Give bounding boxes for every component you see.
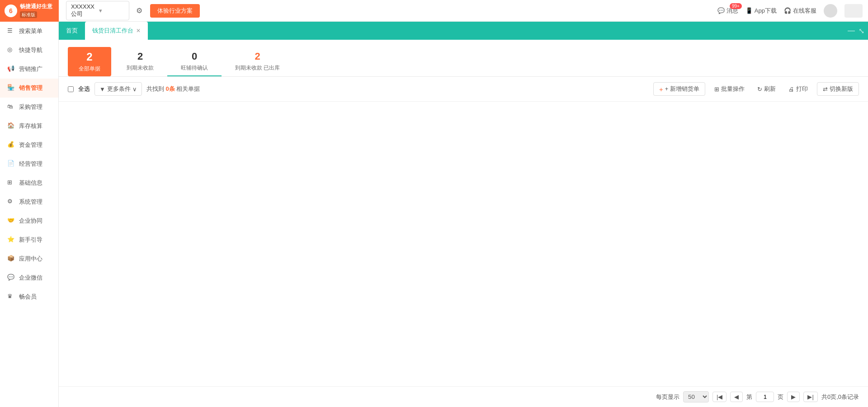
- print-button[interactable]: 🖨 打印: [785, 83, 811, 95]
- batch-button[interactable]: ⊞ 批量操作: [711, 83, 748, 95]
- stats-tabs: 2 全部单据 2 到期未收款 0 旺辅待确认 2 到期未收款 已出库: [59, 40, 868, 77]
- chevron-down-icon: ▾: [99, 7, 124, 14]
- nav-tabs-right: — ⤡: [848, 27, 868, 35]
- table-area: [59, 102, 868, 386]
- avatar[interactable]: [824, 4, 837, 18]
- sidebar-item-marketing[interactable]: 📢 营销推广: [0, 60, 58, 79]
- money-icon: 💰: [7, 141, 15, 149]
- close-tab-icon[interactable]: ✕: [136, 28, 141, 34]
- megaphone-icon: 📢: [7, 65, 15, 73]
- sidebar-item-purchase[interactable]: 🛍 采购管理: [0, 98, 58, 117]
- chevron-down-icon: ∨: [132, 86, 137, 93]
- refresh-button[interactable]: ↻ 刷新: [754, 83, 779, 95]
- company-selector[interactable]: XXXXXX公司 ▾: [66, 1, 129, 20]
- settings-icon: ⚙: [7, 198, 15, 206]
- sidebar-item-basic-info[interactable]: ⊞ 基础信息: [0, 173, 58, 192]
- first-page-button[interactable]: |◀: [712, 392, 726, 402]
- logo-icon: 6: [5, 5, 17, 17]
- last-page-button[interactable]: ▶|: [803, 392, 817, 402]
- box-icon: 📦: [7, 255, 15, 263]
- page-size-select[interactable]: 50 100 200: [683, 391, 709, 402]
- message-icon: 💬: [717, 7, 725, 14]
- experience-btn[interactable]: 体验行业方案: [150, 4, 200, 18]
- download-icon: 📱: [745, 7, 753, 14]
- filter-button[interactable]: ▼ 更多条件 ∨: [94, 82, 142, 96]
- sidebar-item-app-center[interactable]: 📦 应用中心: [0, 249, 58, 268]
- tab-workbench[interactable]: 钱货日清工作台 ✕: [85, 22, 148, 40]
- sidebar-item-search-menu[interactable]: ☰ 搜索菜单: [0, 22, 58, 41]
- page-number-input[interactable]: 1: [756, 392, 774, 402]
- search-icon: ☰: [7, 27, 15, 35]
- filter-icon: ▼: [99, 86, 105, 93]
- file-icon: 📄: [7, 160, 15, 168]
- star-icon: ⭐: [7, 236, 15, 244]
- sidebar-item-wechat[interactable]: 💬 企业微信: [0, 268, 58, 287]
- sidebar-item-inventory[interactable]: 🏠 库存核算: [0, 117, 58, 136]
- shop-icon: 🏪: [7, 84, 15, 92]
- sidebar-item-system[interactable]: ⚙ 系统管理: [0, 192, 58, 211]
- pagination-bar: 每页显示 50 100 200 |◀ ◀ 第 1 页 ▶ ▶| 共0页,0条记录: [59, 386, 868, 407]
- prev-page-button[interactable]: ◀: [730, 392, 743, 402]
- toolbar-left: 全选 ▼ 更多条件 ∨ 共找到 0条 相关单据: [68, 82, 648, 96]
- logo-area: 6 畅捷通好生意 标准版: [0, 0, 59, 22]
- sidebar-item-guide[interactable]: ⭐ 新手引导: [0, 230, 58, 249]
- stat-tab-all[interactable]: 2 全部单据: [68, 47, 111, 76]
- main-content: 2 全部单据 2 到期未收款 0 旺辅待确认 2 到期未收款 已出库: [59, 40, 868, 407]
- stat-tab-wangwang[interactable]: 0 旺辅待确认: [167, 47, 222, 76]
- total-text: 共0页,0条记录: [821, 393, 859, 401]
- batch-icon: ⊞: [714, 86, 719, 93]
- message-btn[interactable]: 💬 消息 99+: [717, 7, 738, 15]
- handshake-icon: 🤝: [7, 217, 15, 225]
- sidebar-item-member[interactable]: ♛ 畅会员: [0, 287, 58, 306]
- sidebar-item-finance[interactable]: 💰 资金管理: [0, 136, 58, 154]
- select-all-label: 全选: [78, 85, 90, 93]
- sidebar-item-quick-nav[interactable]: ◎ 快捷导航: [0, 41, 58, 60]
- home-icon: 🏠: [7, 122, 15, 130]
- user-menu[interactable]: [844, 4, 863, 18]
- header-right: 💬 消息 99+ 📱 App下载 🎧 在线客服: [717, 4, 863, 18]
- next-page-button[interactable]: ▶: [787, 392, 800, 402]
- headset-icon: 🎧: [784, 7, 791, 14]
- bag-icon: 🛍: [7, 103, 15, 111]
- compass-icon: ◎: [7, 46, 15, 54]
- refresh-icon: ↻: [757, 86, 762, 93]
- settings-button[interactable]: ⚙: [133, 5, 146, 17]
- switch-version-button[interactable]: ⇄ 切换新版: [817, 82, 859, 96]
- top-header: 6 畅捷通好生意 标准版 XXXXXX公司 ▾ ⚙ 体验行业方案 💬 消息 99…: [0, 0, 868, 22]
- online-service-btn[interactable]: 🎧 在线客服: [784, 7, 816, 15]
- plus-icon: +: [659, 85, 663, 93]
- stat-tab-unshipped[interactable]: 2 到期未收款 已出库: [222, 47, 293, 76]
- sidebar-item-operations[interactable]: 📄 经营管理: [0, 154, 58, 173]
- maximize-icon[interactable]: ⤡: [859, 27, 864, 35]
- select-all-checkbox[interactable]: [68, 86, 74, 92]
- stat-tab-overdue[interactable]: 2 到期未收款: [113, 47, 167, 76]
- per-page-label: 每页显示: [656, 393, 679, 401]
- logo-text: 畅捷通好生意 标准版: [20, 3, 52, 18]
- content-area: 2 全部单据 2 到期未收款 0 旺辅待确认 2 到期未收款 已出库: [59, 40, 868, 407]
- nav-tabs-bar: 首页 钱货日清工作台 ✕ — ⤡: [59, 22, 868, 40]
- toolbar: 全选 ▼ 更多条件 ∨ 共找到 0条 相关单据 + + 新增销货单: [59, 77, 868, 102]
- toolbar-right: + + 新增销货单 ⊞ 批量操作 ↻ 刷新 🖨 打印 ⇄ 切换新版: [653, 82, 859, 96]
- add-order-button[interactable]: + + 新增销货单: [653, 82, 705, 96]
- grid-icon: ⊞: [7, 179, 15, 187]
- chat-icon: 💬: [7, 274, 15, 282]
- sidebar-item-sales[interactable]: 🏪 销售管理: [0, 79, 58, 98]
- app-download-btn[interactable]: 📱 App下载: [745, 7, 777, 15]
- found-text: 共找到 0条 相关单据: [146, 85, 200, 93]
- tab-home[interactable]: 首页: [59, 22, 85, 40]
- print-icon: 🖨: [788, 86, 794, 93]
- minimize-icon[interactable]: —: [848, 27, 855, 35]
- sidebar: ☰ 搜索菜单 ◎ 快捷导航 📢 营销推广 🏪 销售管理 🛍 采购管理 🏠 库存核…: [0, 22, 59, 407]
- sidebar-item-cooperation[interactable]: 🤝 企业协同: [0, 211, 58, 230]
- switch-icon: ⇄: [823, 86, 828, 93]
- crown-icon: ♛: [7, 293, 15, 301]
